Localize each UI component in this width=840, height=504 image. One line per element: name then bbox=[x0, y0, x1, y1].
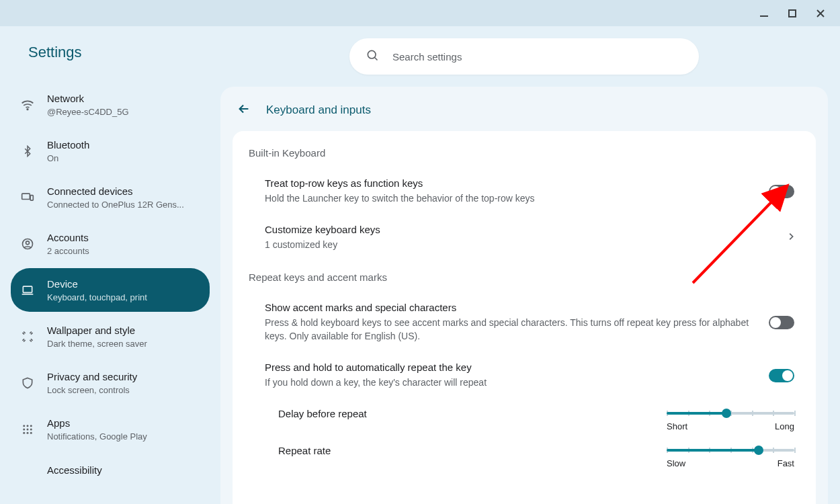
minimize-button[interactable] bbox=[750, 3, 778, 24]
svg-rect-9 bbox=[23, 286, 32, 292]
slider-rate-track[interactable] bbox=[667, 449, 794, 452]
row-fn-keys-title: Treat top-row keys as function keys bbox=[265, 177, 758, 189]
sidebar: Settings Network @Reyee-sC4DD_5G Bluetoo… bbox=[0, 26, 220, 504]
devices-icon bbox=[20, 190, 35, 205]
sidebar-item-subtitle: @Reyee-sC4DD_5G bbox=[47, 107, 129, 117]
slider-delay-label-left: Short bbox=[667, 421, 687, 431]
svg-point-14 bbox=[27, 428, 29, 430]
sidebar-item-label: Network bbox=[47, 92, 129, 106]
shield-icon bbox=[20, 376, 35, 390]
bluetooth-icon bbox=[20, 144, 35, 159]
sidebar-item-subtitle: Connected to OnePlus 12R Gens... bbox=[47, 200, 184, 210]
sidebar-item-network[interactable]: Network @Reyee-sC4DD_5G bbox=[11, 83, 210, 126]
accessibility-icon bbox=[20, 463, 35, 478]
apps-grid-icon bbox=[20, 422, 35, 437]
account-icon bbox=[20, 237, 35, 251]
sidebar-item-label: Accounts bbox=[47, 231, 89, 245]
svg-rect-1 bbox=[789, 10, 796, 17]
wallpaper-icon bbox=[20, 329, 35, 344]
row-accent-marks: Show accent marks and special characters… bbox=[233, 292, 816, 352]
sidebar-item-label: Wallpaper and style bbox=[47, 324, 147, 337]
sidebar-item-subtitle: Dark theme, screen saver bbox=[47, 339, 147, 349]
toggle-press-hold[interactable] bbox=[769, 369, 794, 382]
slider-delay-title: Delay before repeat bbox=[278, 408, 367, 419]
row-fn-keys: Treat top-row keys as function keys Hold… bbox=[233, 168, 816, 214]
sidebar-item-apps[interactable]: Apps Notifications, Google Play bbox=[11, 407, 210, 451]
slider-rate-title: Repeat rate bbox=[278, 445, 331, 456]
svg-rect-5 bbox=[22, 194, 30, 199]
svg-point-4 bbox=[27, 108, 28, 110]
svg-point-15 bbox=[30, 428, 32, 430]
section-repeat-accent: Repeat keys and accent marks bbox=[233, 261, 816, 292]
slider-rate-label-right: Fast bbox=[778, 458, 794, 468]
svg-line-20 bbox=[375, 58, 378, 60]
slider-delay-thumb[interactable] bbox=[722, 409, 731, 418]
sidebar-item-label: Device bbox=[47, 278, 147, 291]
chevron-right-icon bbox=[788, 232, 794, 244]
sidebar-item-accounts[interactable]: Accounts 2 accounts bbox=[11, 222, 210, 265]
svg-point-17 bbox=[27, 431, 29, 433]
sidebar-item-label: Connected devices bbox=[47, 185, 184, 198]
sidebar-item-accessibility[interactable]: Accessibility bbox=[11, 454, 210, 487]
sidebar-item-subtitle: 2 accounts bbox=[47, 246, 89, 256]
maximize-button[interactable] bbox=[778, 3, 806, 24]
svg-rect-6 bbox=[30, 195, 33, 200]
sidebar-item-label: Apps bbox=[47, 417, 147, 430]
svg-point-19 bbox=[368, 50, 376, 58]
sidebar-item-connected-devices[interactable]: Connected devices Connected to OnePlus 1… bbox=[11, 175, 210, 219]
sidebar-item-bluetooth[interactable]: Bluetooth On bbox=[11, 129, 210, 173]
slider-repeat-rate: Repeat rate bbox=[233, 435, 816, 472]
page-header: Keyboard and inputs bbox=[220, 87, 828, 131]
slider-rate-thumb[interactable] bbox=[754, 446, 763, 455]
row-accent-title: Show accent marks and special characters bbox=[265, 302, 758, 313]
row-press-hold-subtitle: If you hold down a key, the key's charac… bbox=[265, 376, 758, 389]
app-title: Settings bbox=[11, 26, 210, 61]
row-customize-subtitle: 1 customized key bbox=[265, 238, 777, 251]
row-press-hold: Press and hold to automatically repeat t… bbox=[233, 352, 816, 398]
row-fn-keys-subtitle: Hold the Launcher key to switch the beha… bbox=[265, 192, 758, 205]
sidebar-item-subtitle: Notifications, Google Play bbox=[47, 431, 147, 442]
laptop-icon bbox=[20, 283, 35, 298]
svg-point-12 bbox=[30, 425, 32, 427]
app-title-text: Settings bbox=[28, 44, 210, 61]
row-press-hold-title: Press and hold to automatically repeat t… bbox=[265, 362, 758, 373]
section-builtin-keyboard: Built-in Keyboard bbox=[233, 143, 816, 168]
svg-point-11 bbox=[27, 425, 29, 427]
sidebar-item-subtitle: On bbox=[47, 153, 89, 163]
window-titlebar bbox=[0, 0, 840, 26]
search-icon bbox=[366, 48, 379, 65]
page-title: Keyboard and inputs bbox=[266, 103, 371, 117]
search-bar[interactable] bbox=[349, 38, 699, 75]
svg-point-8 bbox=[26, 241, 30, 244]
svg-point-13 bbox=[23, 428, 25, 430]
close-button[interactable] bbox=[806, 3, 835, 24]
svg-point-16 bbox=[23, 431, 25, 433]
toggle-accent-marks[interactable] bbox=[769, 316, 794, 329]
sidebar-item-label: Accessibility bbox=[47, 464, 102, 477]
sidebar-item-device[interactable]: Device Keyboard, touchpad, print bbox=[11, 268, 210, 312]
sidebar-item-label: Bluetooth bbox=[47, 138, 89, 152]
row-accent-subtitle: Press & hold keyboard keys to see accent… bbox=[265, 316, 758, 343]
search-input[interactable] bbox=[392, 51, 683, 62]
sidebar-item-privacy[interactable]: Privacy and security Lock screen, contro… bbox=[11, 361, 210, 405]
slider-delay-track[interactable] bbox=[667, 412, 794, 415]
toggle-fn-keys[interactable] bbox=[769, 185, 794, 198]
sidebar-item-label: Privacy and security bbox=[47, 370, 137, 384]
svg-point-10 bbox=[23, 425, 25, 427]
wifi-icon bbox=[20, 97, 35, 112]
sidebar-item-subtitle: Lock screen, controls bbox=[47, 385, 137, 395]
row-customize-title: Customize keyboard keys bbox=[265, 224, 777, 235]
main-content: Keyboard and inputs Built-in Keyboard Tr… bbox=[220, 26, 840, 504]
svg-point-18 bbox=[30, 431, 32, 433]
slider-rate-label-left: Slow bbox=[667, 458, 685, 468]
sidebar-item-wallpaper[interactable]: Wallpaper and style Dark theme, screen s… bbox=[11, 314, 210, 358]
slider-delay-before-repeat: Delay before repeat bbox=[233, 398, 816, 435]
row-customize-keys[interactable]: Customize keyboard keys 1 customized key bbox=[233, 214, 816, 261]
slider-delay-label-right: Long bbox=[775, 421, 794, 431]
sidebar-item-subtitle: Keyboard, touchpad, print bbox=[47, 292, 147, 302]
back-button[interactable] bbox=[237, 101, 251, 119]
